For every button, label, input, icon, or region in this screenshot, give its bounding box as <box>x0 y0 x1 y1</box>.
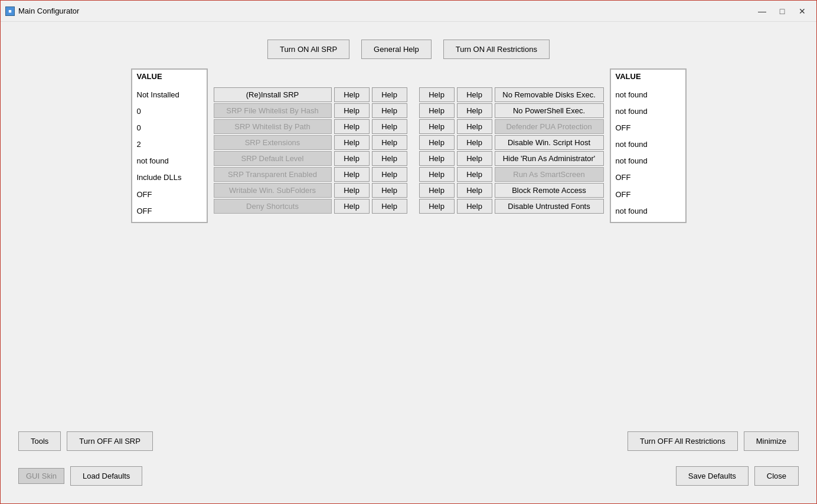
srp-row-4: SRP Default LevelHelpHelp <box>214 151 407 166</box>
turn-on-restrictions-button[interactable]: Turn ON All Restrictions <box>443 40 550 59</box>
bottom-left-group: Tools Turn OFF All SRP <box>18 431 153 451</box>
restriction-row-1: HelpHelpNo PowerShell Exec. <box>419 103 604 118</box>
restriction-row-5: HelpHelpRun As SmartScreen <box>419 167 604 182</box>
restriction-feature-3-button[interactable]: Disable Win. Script Host <box>495 135 604 150</box>
srp-help1-0-button[interactable]: Help <box>334 87 370 102</box>
restriction-help2-1-button[interactable]: Help <box>457 103 492 118</box>
right-value-2: OFF <box>616 120 681 136</box>
left-value-0: Not Installed <box>137 87 202 103</box>
restriction-help2-0-button[interactable]: Help <box>457 87 492 102</box>
left-value-3: 2 <box>137 136 202 153</box>
bottom-row-1: Tools Turn OFF All SRP Turn OFF All Rest… <box>18 426 799 457</box>
content-area: Turn ON All SRP General Help Turn ON All… <box>1 22 816 503</box>
turn-off-restrictions-button[interactable]: Turn OFF All Restrictions <box>628 431 738 451</box>
title-bar-left: ■ Main Configurator <box>5 6 79 16</box>
restriction-help2-4-button[interactable]: Help <box>457 151 492 166</box>
srp-help2-2-button[interactable]: Help <box>372 119 407 134</box>
restriction-help2-6-button[interactable]: Help <box>457 183 492 198</box>
srp-row-3: SRP ExtensionsHelpHelp <box>214 135 407 150</box>
window-title: Main Configurator <box>18 6 79 15</box>
left-value-5: Include DLLs <box>137 169 202 186</box>
left-value-1: 0 <box>137 103 202 120</box>
srp-help1-7-button[interactable]: Help <box>334 199 370 214</box>
minimize-app-button[interactable]: Minimize <box>744 431 799 451</box>
turn-off-srp-button[interactable]: Turn OFF All SRP <box>67 431 153 451</box>
srp-help1-4-button[interactable]: Help <box>334 151 370 166</box>
restriction-row-3: HelpHelpDisable Win. Script Host <box>419 135 604 150</box>
right-value-5: OFF <box>616 169 681 186</box>
save-defaults-button[interactable]: Save Defaults <box>676 466 749 486</box>
srp-help1-6-button[interactable]: Help <box>334 183 370 198</box>
restriction-row-0: HelpHelpNo Removable Disks Exec. <box>419 87 604 102</box>
srp-feature-0-button[interactable]: (Re)Install SRP <box>214 87 332 102</box>
restriction-help1-6-button[interactable]: Help <box>419 183 455 198</box>
right-value-3: not found <box>616 136 681 153</box>
srp-row-0: (Re)Install SRPHelpHelp <box>214 87 407 102</box>
left-panel-header: VALUE <box>137 72 202 83</box>
srp-help2-0-button[interactable]: Help <box>372 87 407 102</box>
right-value-6: OFF <box>616 186 681 203</box>
restriction-help2-3-button[interactable]: Help <box>457 135 492 150</box>
load-defaults-button[interactable]: Load Defaults <box>70 466 142 486</box>
top-buttons-row: Turn ON All SRP General Help Turn ON All… <box>18 40 799 59</box>
restriction-help2-7-button[interactable]: Help <box>457 199 492 214</box>
srp-feature-6-button: Writable Win. SubFolders <box>214 183 332 198</box>
restriction-help2-5-button[interactable]: Help <box>457 167 492 182</box>
turn-on-srp-button[interactable]: Turn ON All SRP <box>267 40 349 59</box>
srp-help1-3-button[interactable]: Help <box>334 135 370 150</box>
restriction-help1-3-button[interactable]: Help <box>419 135 455 150</box>
bottom-right-group-2: Save Defaults Close <box>676 466 799 486</box>
gui-skin-button: GUI Skin <box>18 468 64 484</box>
left-value-6: OFF <box>137 186 202 203</box>
title-bar-controls: — □ ✕ <box>753 4 812 18</box>
restriction-feature-4-button[interactable]: Hide 'Run As Administrator' <box>495 151 604 166</box>
srp-section: (Re)Install SRPHelpHelpSRP File Whitelis… <box>214 68 407 214</box>
srp-row-5: SRP Transparent EnabledHelpHelp <box>214 167 407 182</box>
right-panel-header: VALUE <box>616 72 681 83</box>
close-button[interactable]: ✕ <box>793 4 812 18</box>
tools-button[interactable]: Tools <box>18 431 61 451</box>
restriction-help1-4-button[interactable]: Help <box>419 151 455 166</box>
bottom-left-group-2: GUI Skin Load Defaults <box>18 466 142 486</box>
srp-row-6: Writable Win. SubFoldersHelpHelp <box>214 183 407 198</box>
restrictions-section: HelpHelpNo Removable Disks Exec.HelpHelp… <box>419 68 604 214</box>
restriction-feature-1-button[interactable]: No PowerShell Exec. <box>495 103 604 118</box>
srp-help2-6-button[interactable]: Help <box>372 183 407 198</box>
close-app-button[interactable]: Close <box>754 466 799 486</box>
srp-feature-5-button: SRP Transparent Enabled <box>214 167 332 182</box>
left-value-2: 0 <box>137 120 202 136</box>
restriction-feature-7-button[interactable]: Disable Untrusted Fonts <box>495 199 604 214</box>
bottom-right-group: Turn OFF All Restrictions Minimize <box>628 431 799 451</box>
srp-help2-7-button[interactable]: Help <box>372 199 407 214</box>
restriction-help1-1-button[interactable]: Help <box>419 103 455 118</box>
title-bar: ■ Main Configurator — □ ✕ <box>1 1 816 22</box>
minimize-button[interactable]: — <box>753 4 772 18</box>
right-value-panel: VALUE not found not found OFF not found … <box>610 68 687 223</box>
srp-help1-5-button[interactable]: Help <box>334 167 370 182</box>
srp-help2-3-button[interactable]: Help <box>372 135 407 150</box>
srp-feature-7-button: Deny Shortcuts <box>214 199 332 214</box>
restriction-row-4: HelpHelpHide 'Run As Administrator' <box>419 151 604 166</box>
srp-row-1: SRP File Whitelist By HashHelpHelp <box>214 103 407 118</box>
srp-help2-1-button[interactable]: Help <box>372 103 407 118</box>
maximize-button[interactable]: □ <box>773 4 792 18</box>
restriction-feature-6-button[interactable]: Block Remote Access <box>495 183 604 198</box>
srp-help2-5-button[interactable]: Help <box>372 167 407 182</box>
srp-feature-2-button: SRP Whitelist By Path <box>214 119 332 134</box>
restriction-feature-2-button: Defender PUA Protection <box>495 119 604 134</box>
restriction-help2-2-button[interactable]: Help <box>457 119 492 134</box>
srp-feature-3-button: SRP Extensions <box>214 135 332 150</box>
main-area: VALUE Not Installed 0 0 2 not found Incl… <box>18 68 799 416</box>
restriction-feature-0-button[interactable]: No Removable Disks Exec. <box>495 87 604 102</box>
restriction-help1-5-button[interactable]: Help <box>419 167 455 182</box>
srp-help1-2-button[interactable]: Help <box>334 119 370 134</box>
srp-help2-4-button[interactable]: Help <box>372 151 407 166</box>
restriction-help1-2-button[interactable]: Help <box>419 119 455 134</box>
srp-help1-1-button[interactable]: Help <box>334 103 370 118</box>
general-help-button[interactable]: General Help <box>361 40 432 59</box>
restriction-help1-7-button[interactable]: Help <box>419 199 455 214</box>
restriction-row-7: HelpHelpDisable Untrusted Fonts <box>419 199 604 214</box>
restriction-row-6: HelpHelpBlock Remote Access <box>419 183 604 198</box>
left-value-7: OFF <box>137 203 202 220</box>
restriction-help1-0-button[interactable]: Help <box>419 87 455 102</box>
